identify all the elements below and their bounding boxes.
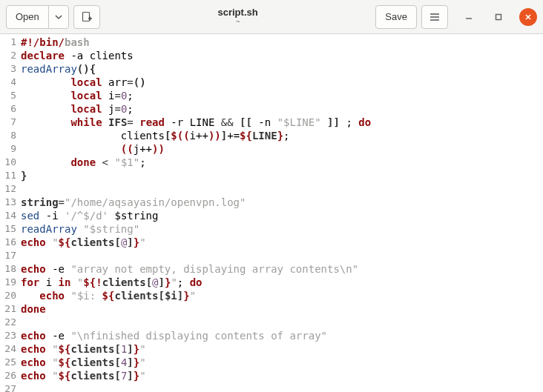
line-number: 8 bbox=[0, 129, 19, 142]
code-line[interactable]: 5 local i=0; bbox=[0, 89, 543, 102]
line-content: sed -i '/^$/d' $string bbox=[19, 209, 158, 222]
window-title: script.sh ~ bbox=[105, 7, 372, 26]
line-number: 26 bbox=[0, 369, 19, 382]
code-line[interactable]: 27 bbox=[0, 382, 543, 392]
code-line[interactable]: 10 done < "$1"; bbox=[0, 156, 543, 169]
line-number: 5 bbox=[0, 89, 19, 102]
document-path: ~ bbox=[105, 18, 372, 26]
line-number: 2 bbox=[0, 49, 19, 62]
code-line[interactable]: 7 while IFS= read -r LINE && [[ -n "$LIN… bbox=[0, 116, 543, 129]
line-number: 21 bbox=[0, 302, 19, 316]
line-content: done < "$1"; bbox=[19, 156, 146, 169]
open-button[interactable]: Open bbox=[7, 6, 48, 28]
hamburger-menu-button[interactable] bbox=[421, 5, 448, 29]
chevron-down-icon bbox=[55, 13, 62, 21]
line-number: 4 bbox=[0, 76, 19, 89]
line-content: local i=0; bbox=[19, 89, 134, 102]
line-number: 9 bbox=[0, 142, 19, 156]
line-number: 25 bbox=[0, 356, 19, 369]
line-content: for i in "${!clients[@]}"; do bbox=[19, 276, 203, 289]
code-line[interactable]: 11} bbox=[0, 169, 543, 182]
code-line[interactable]: 2declare -a clients bbox=[0, 49, 543, 62]
line-content: clients[$((i++))]+=${LINE}; bbox=[19, 129, 290, 142]
svg-rect-0 bbox=[82, 12, 89, 21]
line-content: declare -a clients bbox=[19, 49, 134, 62]
line-number: 11 bbox=[0, 169, 19, 182]
code-line[interactable]: 25echo "${clients[4]}" bbox=[0, 356, 543, 369]
line-content: done bbox=[19, 302, 46, 316]
code-line[interactable]: 26echo "${clients[7]}" bbox=[0, 369, 543, 382]
line-number: 12 bbox=[0, 182, 19, 196]
line-content: #!/bin/bash bbox=[19, 36, 90, 49]
code-line[interactable]: 23echo -e "\nfinished displaying content… bbox=[0, 329, 543, 342]
line-content: echo -e "\nfinished displaying contents … bbox=[19, 329, 327, 342]
line-number: 15 bbox=[0, 222, 19, 236]
titlebar: Open script.sh ~ Save bbox=[0, 0, 543, 34]
line-number: 14 bbox=[0, 209, 19, 222]
close-button[interactable] bbox=[519, 8, 537, 26]
line-number: 27 bbox=[0, 382, 19, 392]
code-line[interactable]: 3readArray(){ bbox=[0, 62, 543, 76]
line-content: echo "$i: ${clients[$i]}" bbox=[19, 289, 196, 302]
line-content bbox=[19, 249, 21, 262]
close-icon bbox=[524, 13, 533, 21]
save-button[interactable]: Save bbox=[375, 5, 417, 29]
line-number: 7 bbox=[0, 116, 19, 129]
line-content bbox=[19, 316, 21, 329]
line-number: 20 bbox=[0, 289, 19, 302]
line-content: string="/home/aqsayasin/openvpn.log" bbox=[19, 196, 246, 209]
line-content: local j=0; bbox=[19, 102, 134, 116]
line-content: echo "${clients[@]}" bbox=[19, 236, 146, 249]
code-line[interactable]: 22 bbox=[0, 316, 543, 329]
line-content: } bbox=[19, 169, 27, 182]
code-line[interactable]: 17 bbox=[0, 249, 543, 262]
code-editor[interactable]: 1#!/bin/bash2declare -a clients3readArra… bbox=[0, 34, 543, 392]
line-content: echo -e "array not empty, displaying arr… bbox=[19, 262, 358, 276]
line-content: readArray "$string" bbox=[19, 222, 139, 236]
line-number: 13 bbox=[0, 196, 19, 209]
minimize-icon bbox=[464, 13, 473, 21]
line-number: 23 bbox=[0, 329, 19, 342]
code-line[interactable]: 12 bbox=[0, 182, 543, 196]
line-content bbox=[19, 382, 21, 392]
code-line[interactable]: 1#!/bin/bash bbox=[0, 36, 543, 49]
minimize-button[interactable] bbox=[460, 8, 478, 26]
code-line[interactable]: 4 local arr=() bbox=[0, 76, 543, 89]
code-line[interactable]: 21done bbox=[0, 302, 543, 316]
code-line[interactable]: 8 clients[$((i++))]+=${LINE}; bbox=[0, 129, 543, 142]
code-line[interactable]: 6 local j=0; bbox=[0, 102, 543, 116]
line-number: 10 bbox=[0, 156, 19, 169]
code-line[interactable]: 18echo -e "array not empty, displaying a… bbox=[0, 262, 543, 276]
new-document-icon bbox=[81, 11, 93, 23]
code-line[interactable]: 24echo "${clients[1]}" bbox=[0, 342, 543, 356]
line-content bbox=[19, 182, 21, 196]
line-number: 1 bbox=[0, 36, 19, 49]
hamburger-icon bbox=[430, 12, 440, 22]
new-tab-button[interactable] bbox=[73, 5, 100, 29]
maximize-icon bbox=[494, 13, 503, 21]
line-number: 24 bbox=[0, 342, 19, 356]
line-number: 18 bbox=[0, 262, 19, 276]
code-line[interactable]: 9 ((j++)) bbox=[0, 142, 543, 156]
code-line[interactable]: 16echo "${clients[@]}" bbox=[0, 236, 543, 249]
code-line[interactable]: 19for i in "${!clients[@]}"; do bbox=[0, 276, 543, 289]
maximize-button[interactable] bbox=[490, 8, 507, 26]
open-dropdown[interactable] bbox=[49, 6, 68, 28]
code-line[interactable]: 14sed -i '/^$/d' $string bbox=[0, 209, 543, 222]
line-content: readArray(){ bbox=[19, 62, 96, 76]
line-number: 19 bbox=[0, 276, 19, 289]
line-number: 3 bbox=[0, 62, 19, 76]
line-content: while IFS= read -r LINE && [[ -n "$LINE"… bbox=[19, 116, 371, 129]
svg-rect-1 bbox=[496, 14, 501, 19]
line-number: 17 bbox=[0, 249, 19, 262]
line-content: echo "${clients[4]}" bbox=[19, 356, 146, 369]
line-number: 22 bbox=[0, 316, 19, 329]
line-content: echo "${clients[7]}" bbox=[19, 369, 146, 382]
line-number: 16 bbox=[0, 236, 19, 249]
code-line[interactable]: 13string="/home/aqsayasin/openvpn.log" bbox=[0, 196, 543, 209]
line-number: 6 bbox=[0, 102, 19, 116]
line-content: local arr=() bbox=[19, 76, 146, 89]
code-line[interactable]: 20 echo "$i: ${clients[$i]}" bbox=[0, 289, 543, 302]
code-line[interactable]: 15readArray "$string" bbox=[0, 222, 543, 236]
open-button-group: Open bbox=[6, 5, 69, 29]
